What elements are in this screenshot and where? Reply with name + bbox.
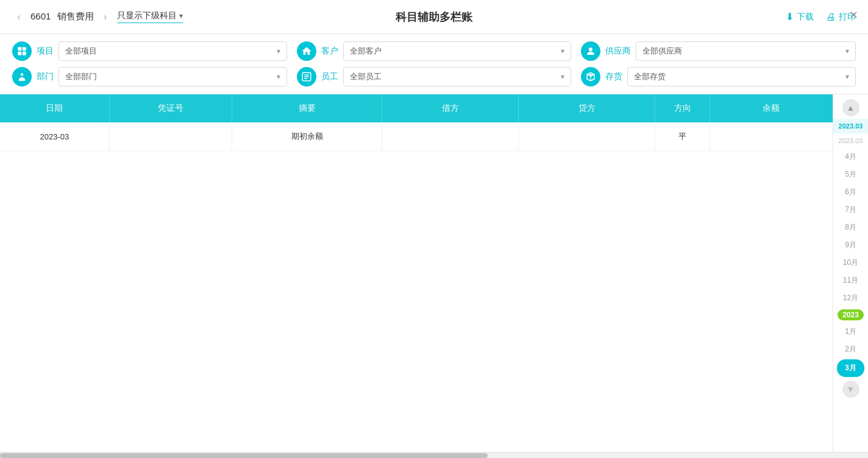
col-header-balance: 余额 — [710, 94, 833, 122]
horizontal-scrollbar[interactable] — [0, 452, 868, 458]
col-header-debit: 借方 — [382, 94, 519, 122]
project-icon — [12, 41, 32, 61]
prev-account-btn[interactable]: ‹ — [12, 10, 26, 24]
timeline-item-3-selected[interactable]: 3月 — [837, 359, 864, 377]
col-header-voucher: 凭证号 — [109, 94, 232, 122]
supplier-label: 供应商 — [605, 46, 631, 57]
scrollbar-thumb[interactable] — [0, 453, 488, 458]
timeline-item-11[interactable]: 11月 — [833, 272, 868, 289]
account-code-label: 6601 销售费用 — [30, 11, 94, 23]
svg-rect-1 — [23, 47, 26, 51]
main-window: ‹ 6601 销售费用 › 只显示下级科目 ▾ 科目辅助多栏账 ⬇ 下载 🖨 打… — [0, 0, 868, 458]
close-btn[interactable]: ✕ — [849, 9, 858, 22]
svg-rect-3 — [23, 52, 26, 55]
customer-select[interactable]: 全部客户 ▾ — [343, 41, 572, 61]
supplier-select-arrow-icon: ▾ — [845, 47, 849, 55]
table-header-row: 日期 凭证号 摘要 借方 贷方 方向 余额 — [0, 94, 833, 122]
timeline-down-btn[interactable]: ▼ — [842, 381, 859, 398]
employee-select-value: 全部员工 — [350, 71, 382, 82]
employee-label: 员工 — [321, 71, 338, 82]
timeline-item-5[interactable]: 5月 — [833, 166, 868, 183]
page-title: 科目辅助多栏账 — [396, 10, 472, 24]
cell-credit — [519, 122, 655, 151]
timeline-item-7[interactable]: 7月 — [833, 201, 868, 219]
table-body: 2023-03 期初余额 平 — [0, 122, 833, 151]
filter-item-employee: 员工 全部员工 ▾ — [297, 67, 572, 86]
timeline-item-6[interactable]: 6月 — [833, 183, 868, 201]
timeline-item-12[interactable]: 12月 — [833, 289, 868, 307]
download-icon: ⬇ — [786, 11, 794, 23]
account-code-name: 销售费用 — [57, 11, 94, 21]
filter-bar: 项目 全部项目 ▾ 客户 全部客户 ▾ — [0, 34, 868, 94]
timeline-item-9[interactable]: 9月 — [833, 236, 868, 254]
next-account-btn[interactable]: › — [99, 10, 112, 24]
cell-summary: 期初余额 — [232, 122, 382, 151]
timeline-item-8[interactable]: 8月 — [833, 219, 868, 236]
dept-icon — [12, 67, 32, 86]
cell-balance — [710, 122, 833, 151]
inventory-label: 存货 — [605, 71, 622, 82]
timeline-item-2[interactable]: 2月 — [833, 340, 868, 358]
supplier-select-value: 全部供应商 — [642, 46, 682, 57]
title-right: ⬇ 下载 🖨 打印 ✕ — [786, 11, 856, 23]
print-icon: 🖨 — [826, 12, 836, 23]
dept-label: 部门 — [37, 71, 54, 82]
employee-select-arrow-icon: ▾ — [561, 72, 564, 81]
download-label: 下载 — [797, 12, 814, 23]
cell-voucher — [109, 122, 232, 151]
table-container[interactable]: 日期 凭证号 摘要 借方 贷方 方向 余额 2023-03 期初余额 — [0, 94, 833, 452]
filter-item-inventory: 存货 全部存货 ▾ — [581, 67, 856, 86]
title-bar: ‹ 6601 销售费用 › 只显示下级科目 ▾ 科目辅助多栏账 ⬇ 下载 🖨 打… — [0, 0, 868, 34]
filter-item-project: 项目 全部项目 ▾ — [12, 41, 287, 61]
cell-debit — [382, 122, 519, 151]
filter-row-1: 项目 全部项目 ▾ 客户 全部客户 ▾ — [12, 41, 856, 61]
timeline-item-2023-03[interactable]: 2023.03 — [833, 133, 868, 148]
sub-subject-label: 只显示下级科目 — [117, 10, 177, 21]
supplier-select[interactable]: 全部供应商 ▾ — [636, 41, 856, 61]
svg-point-4 — [589, 48, 592, 51]
inventory-select-value: 全部存货 — [634, 71, 666, 82]
timeline-up-btn[interactable]: ▲ — [842, 99, 859, 116]
ledger-table: 日期 凭证号 摘要 借方 贷方 方向 余额 2023-03 期初余额 — [0, 94, 833, 151]
project-select-value: 全部项目 — [65, 46, 97, 57]
content-area: 日期 凭证号 摘要 借方 贷方 方向 余额 2023-03 期初余额 — [0, 94, 868, 452]
dept-select-arrow-icon: ▾ — [277, 72, 280, 81]
timeline-item-2023-03-top[interactable]: 2023.03 — [833, 119, 868, 133]
table-row[interactable]: 2023-03 期初余额 平 — [0, 122, 833, 151]
side-timeline: ▲ 2023.03 2023.03 4月 5月 6月 7月 8月 9月 10月 … — [833, 94, 868, 452]
inventory-icon — [581, 67, 600, 86]
inventory-select-arrow-icon: ▾ — [845, 72, 849, 81]
filter-item-customer: 客户 全部客户 ▾ — [297, 41, 572, 61]
col-header-summary: 摘要 — [232, 94, 382, 122]
employee-select[interactable]: 全部员工 ▾ — [343, 67, 572, 86]
filter-row-2: 部门 全部部门 ▾ 员工 全部员工 ▾ — [12, 67, 856, 86]
employee-icon — [297, 67, 316, 86]
supplier-icon — [581, 41, 600, 61]
filter-item-dept: 部门 全部部门 ▾ — [12, 67, 287, 86]
project-select-arrow-icon: ▾ — [277, 47, 280, 55]
customer-select-arrow-icon: ▾ — [561, 47, 564, 55]
customer-label: 客户 — [321, 46, 338, 57]
col-header-credit: 贷方 — [519, 94, 655, 122]
title-left: ‹ 6601 销售费用 › 只显示下级科目 ▾ — [12, 10, 183, 24]
project-select[interactable]: 全部项目 ▾ — [59, 41, 287, 61]
sub-subject-btn[interactable]: 只显示下级科目 ▾ — [117, 10, 183, 23]
timeline-item-4[interactable]: 4月 — [833, 148, 868, 166]
sub-subject-arrow-icon: ▾ — [179, 12, 183, 20]
svg-point-5 — [21, 73, 24, 76]
cell-date: 2023-03 — [0, 122, 109, 151]
customer-icon — [297, 41, 316, 61]
year-badge-2023[interactable]: 2023 — [838, 309, 864, 320]
filter-item-supplier: 供应商 全部供应商 ▾ — [581, 41, 856, 61]
account-code-number: 6601 — [30, 11, 51, 21]
col-header-date: 日期 — [0, 94, 109, 122]
svg-rect-0 — [18, 47, 21, 51]
timeline-item-10[interactable]: 10月 — [833, 254, 868, 272]
download-btn[interactable]: ⬇ 下载 — [786, 11, 814, 23]
timeline-item-1[interactable]: 1月 — [833, 323, 868, 340]
cell-direction: 平 — [655, 122, 710, 151]
inventory-select[interactable]: 全部存货 ▾ — [627, 67, 856, 86]
project-label: 项目 — [37, 46, 54, 57]
svg-rect-2 — [18, 52, 21, 55]
dept-select[interactable]: 全部部门 ▾ — [59, 67, 287, 86]
